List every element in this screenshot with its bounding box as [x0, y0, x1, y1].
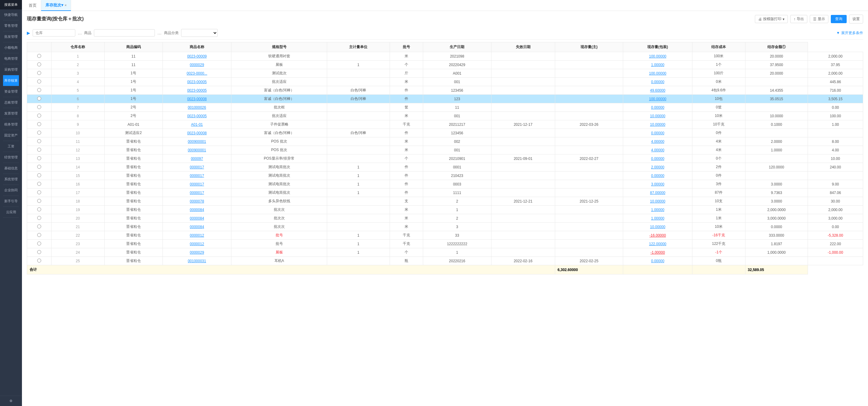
- row-select[interactable]: [27, 86, 52, 95]
- cell-14-12: [745, 171, 808, 180]
- cell-19-2: 晋省粒仓: [104, 214, 162, 223]
- category-label: 商品分类: [164, 30, 179, 36]
- sidebar-item-7[interactable]: 资金管理: [3, 86, 19, 97]
- sidebar-item-12[interactable]: 工资: [3, 141, 19, 152]
- cell-3-7: 001: [423, 78, 492, 86]
- row-select[interactable]: [27, 163, 52, 171]
- row-select[interactable]: [27, 189, 52, 197]
- row-select[interactable]: [27, 120, 52, 129]
- sidebar-item-11[interactable]: 固定资产: [3, 130, 19, 141]
- row-select[interactable]: [27, 171, 52, 180]
- row-select[interactable]: [27, 69, 52, 78]
- row-select[interactable]: [27, 78, 52, 86]
- sidebar-item-16[interactable]: 企业协同: [3, 185, 19, 196]
- row-select[interactable]: [27, 95, 52, 103]
- sidebar-search[interactable]: 搜索菜单: [0, 0, 22, 9]
- cell-1-7: 20220429: [423, 61, 492, 69]
- cell-7-13: 100.00: [808, 112, 863, 120]
- row-select[interactable]: [27, 180, 52, 189]
- cell-15-10: 3.00000: [623, 180, 692, 189]
- sidebar-item-8[interactable]: 总账管理: [3, 97, 19, 108]
- cell-20-3: 0000084: [162, 223, 231, 231]
- category-select[interactable]: [181, 29, 218, 37]
- expand-conditions-btn[interactable]: ▼ 展开更多条件: [836, 30, 863, 36]
- sidebar-item-2[interactable]: 批发管理: [3, 31, 19, 42]
- cell-15-12: 3.0000: [745, 180, 808, 189]
- table-row: 24晋省粒仓0000029展板1个1-1.00000-1个1,000.0000-…: [27, 248, 863, 257]
- sidebar-item-10[interactable]: 税务管理: [3, 119, 19, 130]
- row-select[interactable]: [27, 214, 52, 223]
- row-select[interactable]: [27, 155, 52, 163]
- row-select[interactable]: [27, 146, 52, 155]
- query-button[interactable]: 查询: [831, 15, 847, 23]
- row-select[interactable]: [27, 248, 52, 257]
- cell-10-3: 000900001: [162, 137, 231, 146]
- cell-20-10: 10.00000: [623, 223, 692, 231]
- cell-10-13: 8.00: [808, 137, 863, 146]
- cell-3-5: [327, 78, 390, 86]
- row-select[interactable]: [27, 257, 52, 265]
- print-button[interactable]: 🖨 按模版打印 ▾: [755, 15, 788, 23]
- sidebar-item-15[interactable]: 系统管理: [3, 174, 19, 185]
- row-select[interactable]: [27, 240, 52, 248]
- sidebar-item-6[interactable]: 库存核算: [3, 75, 19, 86]
- sidebar-item-4[interactable]: 电商管理: [3, 53, 19, 64]
- tab-close-1[interactable]: ×: [65, 3, 66, 7]
- cell-9-10: 0.00000: [623, 129, 692, 137]
- tab-0[interactable]: 首页: [24, 0, 41, 11]
- cell-18-7: 1: [423, 206, 492, 214]
- sidebar-item-5[interactable]: 采购管理: [3, 64, 19, 75]
- cell-2-5: [327, 69, 390, 78]
- row-select[interactable]: [27, 112, 52, 120]
- table-row: 11晋省粒仓000900001POS 批次米0024.000004米2.0000…: [27, 137, 863, 146]
- sidebar-item-17[interactable]: 新手引导: [3, 196, 19, 207]
- cell-9-13: [808, 129, 863, 137]
- cell-6-2: 2号: [104, 103, 162, 112]
- cell-21-1: 22: [52, 231, 104, 240]
- cell-23-1: 24: [52, 248, 104, 257]
- sidebar-settings-icon[interactable]: ⚙: [0, 396, 22, 406]
- sidebar-item-13[interactable]: 经营管理: [3, 152, 19, 163]
- filter-collapse-icon[interactable]: ▶: [27, 30, 30, 35]
- cell-17-6: 支: [390, 197, 423, 206]
- cell-12-10: 0.00000: [623, 155, 692, 163]
- display-button[interactable]: ☰ 显示: [810, 15, 828, 23]
- sidebar-item-3[interactable]: 小额电商: [3, 42, 19, 53]
- row-select[interactable]: [27, 137, 52, 146]
- sidebar-item-18[interactable]: 云应用: [3, 207, 19, 218]
- sidebar-item-14[interactable]: 基础信息: [3, 163, 19, 174]
- row-select[interactable]: [27, 52, 52, 61]
- table-row: 12晋省粒仓000900001POS 批次米0014.000004米1.0000…: [27, 146, 863, 155]
- cell-22-10: 122.00000: [623, 240, 692, 248]
- cell-21-9: [555, 231, 623, 240]
- cell-21-11: -16千克: [692, 231, 745, 240]
- row-select[interactable]: [27, 103, 52, 112]
- cell-10-11: 4米: [692, 137, 745, 146]
- row-select[interactable]: [27, 129, 52, 137]
- row-select[interactable]: [27, 206, 52, 214]
- cell-24-11: 0瓶: [692, 257, 745, 265]
- sidebar-item-0[interactable]: 快捷导航: [3, 9, 19, 21]
- export-button[interactable]: ↑ 导出: [790, 15, 807, 23]
- product-input[interactable]: [94, 29, 155, 37]
- cell-11-10: 4.00000: [623, 146, 692, 155]
- row-select[interactable]: [27, 197, 52, 206]
- cell-24-10: 0.00000: [623, 257, 692, 265]
- setting-button[interactable]: 设置: [849, 14, 863, 24]
- cell-8-10: 10.00000: [623, 120, 692, 129]
- cell-5-2: 1号: [104, 95, 162, 103]
- table-row: 17晋省粒仓0000017测试电筒批次1件111187.0000087件9.73…: [27, 189, 863, 197]
- row-select[interactable]: [27, 61, 52, 69]
- tab-1[interactable]: 库存批次▾×: [41, 0, 71, 11]
- sidebar-item-1[interactable]: 零售管理: [3, 21, 19, 31]
- sidebar-item-9[interactable]: 发票管理: [3, 108, 19, 119]
- table-row: 9A01-01A01-01子件促票略千克202112172021-12-1720…: [27, 120, 863, 129]
- cell-12-13: 10.00: [808, 155, 863, 163]
- cell-7-7: 001: [423, 112, 492, 120]
- cell-4-2: 1号: [104, 86, 162, 95]
- row-select[interactable]: [27, 231, 52, 240]
- row-select[interactable]: [27, 223, 52, 231]
- cell-24-1: 25: [52, 257, 104, 265]
- col-header-10: 现存量(包装): [623, 42, 692, 52]
- warehouse-input[interactable]: [33, 29, 75, 37]
